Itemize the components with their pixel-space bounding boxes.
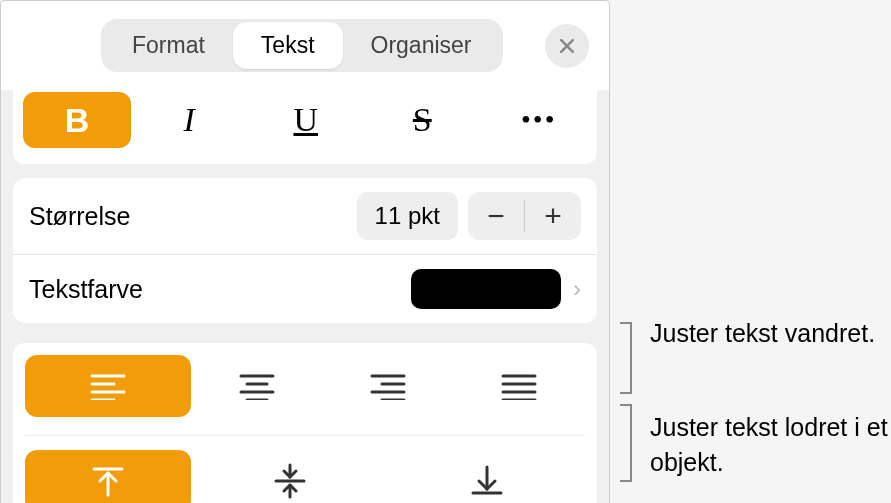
alignment-section xyxy=(13,343,597,503)
annotation-vertical: Juster tekst lodret i et objekt. xyxy=(650,410,891,480)
close-icon xyxy=(557,36,577,56)
tab-organize[interactable]: Organiser xyxy=(343,22,500,69)
italic-button[interactable]: I xyxy=(131,90,248,150)
valign-bottom-icon xyxy=(469,463,505,499)
align-right-icon xyxy=(370,372,406,400)
tab-format[interactable]: Format xyxy=(104,22,233,69)
bold-button[interactable]: B xyxy=(23,92,131,148)
align-justify-icon xyxy=(501,372,537,400)
more-styles-button[interactable]: ••• xyxy=(481,90,598,150)
size-decrease-button[interactable]: − xyxy=(468,192,524,240)
align-center-button[interactable] xyxy=(191,355,322,417)
strikethrough-button[interactable]: S xyxy=(364,90,481,150)
valign-middle-icon xyxy=(272,463,308,499)
size-row: Størrelse 11 pkt − + xyxy=(13,178,597,255)
vertical-align-row xyxy=(25,435,585,503)
format-panel: Format Tekst Organiser B I U S ••• Størr… xyxy=(0,0,610,503)
text-color-label: Tekstfarve xyxy=(29,275,411,304)
size-increase-button[interactable]: + xyxy=(525,192,581,240)
align-center-icon xyxy=(239,372,275,400)
size-stepper: − + xyxy=(468,192,581,240)
align-justify-button[interactable] xyxy=(454,355,585,417)
tabs-header: Format Tekst Organiser xyxy=(1,1,609,90)
bracket-horizontal xyxy=(620,322,632,394)
valign-top-icon xyxy=(90,463,126,499)
bracket-vertical xyxy=(620,404,632,482)
size-value[interactable]: 11 pkt xyxy=(357,192,458,240)
size-label: Størrelse xyxy=(29,202,357,231)
valign-middle-button[interactable] xyxy=(191,450,388,503)
align-right-button[interactable] xyxy=(322,355,453,417)
text-color-swatch[interactable] xyxy=(411,269,561,309)
tab-group: Format Tekst Organiser xyxy=(101,19,503,72)
align-left-icon xyxy=(90,372,126,400)
text-color-row[interactable]: Tekstfarve › xyxy=(13,255,597,323)
chevron-right-icon: › xyxy=(573,275,581,303)
align-left-button[interactable] xyxy=(25,355,191,417)
valign-bottom-button[interactable] xyxy=(388,450,585,503)
content-area: B I U S ••• Størrelse 11 pkt − + Tekstfa… xyxy=(1,90,609,503)
close-button[interactable] xyxy=(545,24,589,68)
tab-text[interactable]: Tekst xyxy=(233,22,343,69)
valign-top-button[interactable] xyxy=(25,450,191,503)
underline-button[interactable]: U xyxy=(248,90,365,150)
horizontal-align-row xyxy=(25,355,585,417)
font-style-row: B I U S ••• xyxy=(13,90,597,164)
annotation-horizontal: Juster tekst vandret. xyxy=(650,316,875,351)
